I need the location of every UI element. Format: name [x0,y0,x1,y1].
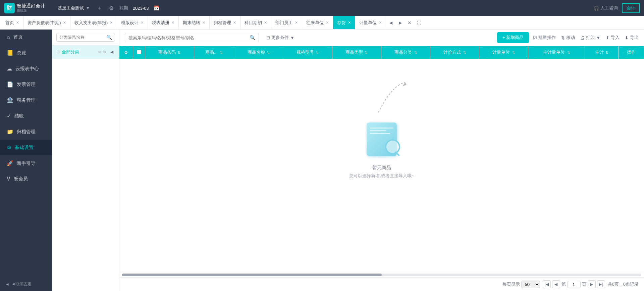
category-search-wrap[interactable]: 🔍 [56,33,115,42]
sort-type[interactable]: ⇅ [365,51,368,54]
settings-icon[interactable]: ⚙ [107,3,116,13]
pagination: 每页显示 50 100 200 |◀ ◀ 第 页 ▶ [119,277,644,291]
sidebar-item-home[interactable]: ⌂ 首页 [0,30,52,45]
sidebar-item-member[interactable]: V 畅会员 [0,171,52,187]
sort-unit[interactable]: ⇅ [512,51,515,54]
th-action: 操作 [619,46,644,59]
scroll-area[interactable] [119,272,644,277]
th-type[interactable]: 商品类型 ⇅ [332,46,381,59]
sidebar-item-close-period[interactable]: ✓ 结账 [0,108,52,124]
tab-tax-list-close[interactable]: ✕ [171,20,174,25]
tab-period-close[interactable]: 期末结转 ✕ [179,16,210,30]
tab-template[interactable]: 模版设计 ✕ [117,16,148,30]
tab-template-close[interactable]: ✕ [141,20,144,25]
tab-nav-next[interactable]: ▶ [395,16,405,30]
page-last-btn[interactable]: ▶| [597,280,605,288]
th-code[interactable]: 商品... ⇅ [194,46,234,59]
th-barcode[interactable]: 商品条码 ⇅ [145,46,194,59]
sort-barcode[interactable]: ⇅ [178,51,180,54]
tab-period-close-close[interactable]: ✕ [202,20,205,25]
tab-archive[interactable]: 归档管理 ✕ [210,16,240,30]
page-label: 第 [561,281,566,287]
per-page-select[interactable]: 50 100 200 [521,281,540,288]
category-refresh-icon[interactable]: ↻ [103,50,106,54]
tab-close-all[interactable]: ✕ [405,16,414,30]
calendar-icon[interactable]: 📅 [154,5,159,11]
filter-more-btn[interactable]: ⊟ 更多条件 ▼ [263,33,298,42]
sort-main-unit[interactable]: ⇅ [567,51,570,54]
sidebar-item-cloud[interactable]: ☁ 云报表中心 [0,61,52,77]
th-main[interactable]: 主计 ⇅ [585,46,619,59]
tab-contacts-close[interactable]: ✕ [326,20,329,25]
th-price-method[interactable]: 计价方式 ⇅ [430,46,479,59]
product-search-icon[interactable]: 🔍 [250,35,255,40]
th-name[interactable]: 商品名称 ⇅ [234,46,283,59]
tab-income-report[interactable]: 收入支出表(年报) ✕ [70,16,117,30]
page-next-btn[interactable]: ▶ [588,280,596,288]
search-bar: 🔍 ⊟ 更多条件 ▼ + 新增商品 ☑ 批量操作 ⇅ [119,30,644,46]
sidebar-item-tax[interactable]: 🏦 税务管理 [0,92,52,108]
account-button[interactable]: 会计 [622,3,640,13]
page-first-btn[interactable]: |◀ [543,280,551,288]
sidebar-item-invoice[interactable]: 📄 发票管理 [0,77,52,92]
tab-department[interactable]: 部门员工 ✕ [271,16,302,30]
sort-category[interactable]: ⇅ [414,51,417,54]
sidebar-item-guide[interactable]: 🚀 新手引导 [0,155,52,171]
sort-price-method[interactable]: ⇅ [463,51,466,54]
sort-main[interactable]: ⇅ [606,51,608,54]
sidebar-item-archive[interactable]: 📁 归档管理 [0,124,52,140]
tab-subject-initial[interactable]: 科目期初 ✕ [240,16,271,30]
tab-inventory[interactable]: 存货 ✕ [333,16,355,30]
tab-contacts[interactable]: 往来单位 ✕ [302,16,333,30]
customer-service-btn[interactable]: 🎧 人工咨询 [594,5,618,11]
sidebar-item-ledger[interactable]: 📒 总账 [0,45,52,61]
move-btn[interactable]: ⇅ 移动 [561,35,575,41]
category-search-icon[interactable]: 🔍 [106,35,112,40]
product-search-input[interactable] [128,35,248,40]
batch-op-btn[interactable]: ☑ 批量操作 [533,35,556,41]
sidebar-unpin[interactable]: ◄ ◄取消固定 [0,277,52,291]
page-input[interactable] [567,281,581,288]
category-search-input[interactable] [59,35,105,40]
company-selector[interactable]: 基层工会测试 ▼ [58,5,90,11]
sort-spec[interactable]: ⇅ [316,51,319,54]
tab-expand[interactable]: ⛶ [414,16,424,30]
add-icon[interactable]: ＋ [95,3,104,13]
company-name: 基层工会测试 [58,5,84,11]
page-prev-btn[interactable]: ◀ [552,280,560,288]
tab-balance-sheet-close[interactable]: ✕ [63,20,66,25]
tab-homepage-close[interactable]: ✕ [16,20,19,25]
category-all[interactable]: ⊞ 全部分类 ✏ ↻ ◀ [52,45,119,59]
product-search-box[interactable]: 🔍 [125,33,259,42]
tab-income-report-close[interactable]: ✕ [110,20,113,25]
sort-code[interactable]: ⇅ [220,51,223,54]
th-unit[interactable]: 计量单位 ⇅ [479,46,528,59]
scroll-thumb[interactable] [122,274,382,276]
import-btn[interactable]: ⬆ 导入 [606,35,620,41]
th-settings[interactable]: ⚙ [119,46,133,59]
add-product-btn[interactable]: + 新增商品 [497,32,529,43]
print-btn[interactable]: 🖨 打印 ▼ [580,35,600,41]
tab-unit-close[interactable]: ✕ [379,20,382,25]
tab-department-close[interactable]: ✕ [295,20,298,25]
tab-subject-initial-label: 科目期初 [245,20,262,26]
scroll-track[interactable] [122,274,641,276]
tab-homepage[interactable]: 首页 ✕ [1,16,23,30]
th-checkbox[interactable] [133,46,145,59]
tab-subject-initial-close[interactable]: ✕ [264,20,267,25]
select-all-checkbox[interactable] [137,50,141,54]
tab-nav-prev[interactable]: ◀ [386,16,395,30]
th-category[interactable]: 商品分类 ⇅ [381,46,430,59]
sidebar-item-settings[interactable]: ⚙ 基础设置 [0,140,52,155]
th-spec[interactable]: 规格型号 ⇅ [283,46,332,59]
sort-name[interactable]: ⇅ [267,51,270,54]
tab-balance-sheet[interactable]: 资产负债表(中期) ✕ [23,16,70,30]
collapse-panel-btn[interactable]: ◀ [108,49,115,55]
tab-unit[interactable]: 计量单位 ✕ [355,16,386,30]
export-btn[interactable]: ⬇ 导出 [625,35,639,41]
category-edit-icon[interactable]: ✏ [98,50,102,54]
th-main-unit[interactable]: 主计量单位 ⇅ [528,46,585,59]
tab-inventory-close[interactable]: ✕ [348,20,351,25]
tab-archive-close[interactable]: ✕ [233,20,236,25]
tab-tax-list[interactable]: 税表清册 ✕ [148,16,179,30]
